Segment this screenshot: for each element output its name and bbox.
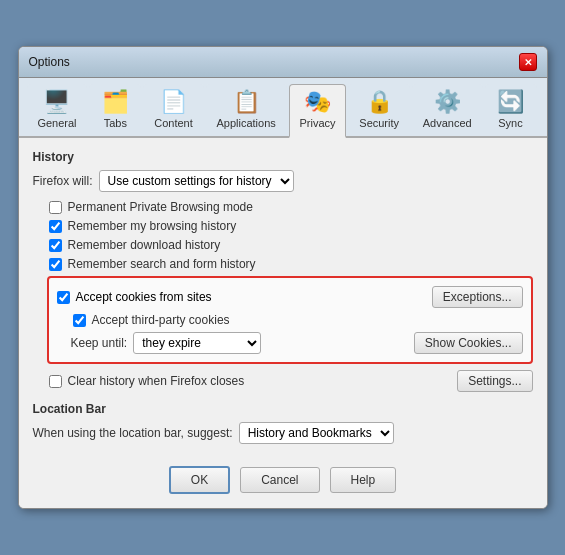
- tab-privacy[interactable]: 🎭 Privacy: [289, 84, 347, 138]
- permanent-private-row: Permanent Private Browsing mode: [33, 200, 533, 214]
- cookies-box: Accept cookies from sites Exceptions... …: [47, 276, 533, 364]
- remember-search-label: Remember search and form history: [68, 257, 256, 271]
- firefox-will-row: Firefox will: Use custom settings for hi…: [33, 170, 533, 192]
- titlebar: Options ✕: [19, 47, 547, 78]
- tab-privacy-label: Privacy: [299, 117, 335, 129]
- remember-browsing-row: Remember my browsing history: [33, 219, 533, 233]
- location-bar-section: Location Bar When using the location bar…: [33, 402, 533, 444]
- tab-general[interactable]: 🖥️ General: [27, 84, 88, 136]
- exceptions-button[interactable]: Exceptions...: [432, 286, 523, 308]
- tabs-bar: 🖥️ General 🗂️ Tabs 📄 Content 📋 Applicati…: [19, 78, 547, 138]
- permanent-private-checkbox[interactable]: [49, 201, 62, 214]
- tab-general-label: General: [37, 117, 76, 129]
- help-button[interactable]: Help: [330, 467, 397, 493]
- tab-advanced[interactable]: ⚙️ Advanced: [412, 84, 483, 136]
- sync-icon: 🔄: [497, 89, 524, 115]
- main-content: History Firefox will: Use custom setting…: [19, 138, 547, 454]
- accept-cookies-label: Accept cookies from sites: [76, 290, 212, 304]
- close-button[interactable]: ✕: [519, 53, 537, 71]
- tab-security-label: Security: [359, 117, 399, 129]
- clear-history-label: Clear history when Firefox closes: [68, 374, 245, 388]
- tab-tabs-label: Tabs: [104, 117, 127, 129]
- clear-history-checkbox-row: Clear history when Firefox closes: [33, 374, 245, 388]
- keep-until-left: Keep until: they expire I close Firefox …: [57, 332, 262, 354]
- tab-applications-label: Applications: [216, 117, 275, 129]
- tabs-icon: 🗂️: [102, 89, 129, 115]
- privacy-icon: 🎭: [304, 89, 331, 115]
- permanent-private-label: Permanent Private Browsing mode: [68, 200, 253, 214]
- cancel-button[interactable]: Cancel: [240, 467, 319, 493]
- remember-download-row: Remember download history: [33, 238, 533, 252]
- window-title: Options: [29, 55, 70, 69]
- accept-cookies-checkbox[interactable]: [57, 291, 70, 304]
- firefox-will-label: Firefox will:: [33, 174, 93, 188]
- footer: OK Cancel Help: [19, 454, 547, 508]
- tab-tabs[interactable]: 🗂️ Tabs: [89, 84, 141, 136]
- tab-applications[interactable]: 📋 Applications: [206, 84, 287, 136]
- show-cookies-button[interactable]: Show Cookies...: [414, 332, 523, 354]
- options-window: Options ✕ 🖥️ General 🗂️ Tabs 📄 Content 📋…: [18, 46, 548, 509]
- accept-cookies-row: Accept cookies from sites Exceptions...: [57, 286, 523, 308]
- keep-until-dropdown[interactable]: they expire I close Firefox ask me every…: [133, 332, 261, 354]
- tab-content[interactable]: 📄 Content: [143, 84, 203, 136]
- suggest-label: When using the location bar, suggest:: [33, 426, 233, 440]
- tab-content-label: Content: [154, 117, 193, 129]
- remember-download-label: Remember download history: [68, 238, 221, 252]
- location-bar-row: When using the location bar, suggest: Hi…: [33, 422, 533, 444]
- tab-sync[interactable]: 🔄 Sync: [485, 84, 537, 136]
- security-icon: 🔒: [366, 89, 393, 115]
- location-bar-label: Location Bar: [33, 402, 533, 416]
- history-label: History: [33, 150, 533, 164]
- tab-advanced-label: Advanced: [423, 117, 472, 129]
- accept-third-party-label: Accept third-party cookies: [92, 313, 230, 327]
- clear-history-checkbox[interactable]: [49, 375, 62, 388]
- applications-icon: 📋: [233, 89, 260, 115]
- suggest-dropdown[interactable]: History and Bookmarks History Bookmarks …: [239, 422, 394, 444]
- accept-third-party-row: Accept third-party cookies: [57, 313, 523, 327]
- accept-third-party-checkbox[interactable]: [73, 314, 86, 327]
- tab-sync-label: Sync: [498, 117, 522, 129]
- keep-until-row: Keep until: they expire I close Firefox …: [57, 332, 523, 354]
- remember-browsing-checkbox[interactable]: [49, 220, 62, 233]
- general-icon: 🖥️: [43, 89, 70, 115]
- tab-security[interactable]: 🔒 Security: [348, 84, 409, 136]
- remember-search-row: Remember search and form history: [33, 257, 533, 271]
- keep-until-label: Keep until:: [71, 336, 128, 350]
- firefox-will-dropdown[interactable]: Use custom settings for history Remember…: [99, 170, 294, 192]
- ok-button[interactable]: OK: [169, 466, 230, 494]
- remember-download-checkbox[interactable]: [49, 239, 62, 252]
- advanced-icon: ⚙️: [434, 89, 461, 115]
- content-icon: 📄: [160, 89, 187, 115]
- remember-browsing-label: Remember my browsing history: [68, 219, 237, 233]
- history-section: History Firefox will: Use custom setting…: [33, 150, 533, 392]
- clear-history-row: Clear history when Firefox closes Settin…: [33, 370, 533, 392]
- settings-button[interactable]: Settings...: [457, 370, 532, 392]
- accept-cookies-left: Accept cookies from sites: [57, 290, 212, 304]
- remember-search-checkbox[interactable]: [49, 258, 62, 271]
